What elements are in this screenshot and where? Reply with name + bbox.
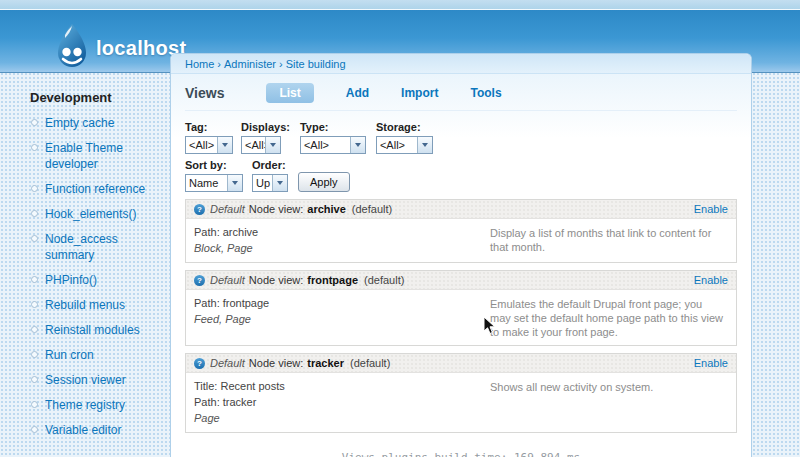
chevron-down-icon[interactable] [350,137,365,153]
view-suffix: (default) [352,203,392,215]
view-row-tracker: ? Default Node view: tracker (default) E… [185,353,737,433]
help-icon[interactable]: ? [194,204,205,215]
sidebar-item-phpinfo[interactable]: PHPinfo() [30,272,166,288]
breadcrumb-separator: › [279,58,283,70]
view-path: Path: archive [194,224,490,240]
development-menu: Empty cache Enable Theme developer Funct… [30,115,166,438]
filter-row-1: Tag: <All> Displays: <All> Type: <All> S… [185,121,737,154]
breadcrumb-administer-link[interactable]: Administer [224,58,276,70]
chevron-down-icon[interactable] [217,137,232,153]
enable-link[interactable]: Enable [694,357,728,369]
view-row-frontpage: ? Default Node view: frontpage (default)… [185,270,737,346]
chevron-down-icon[interactable] [227,175,242,191]
sidebar-item-function-reference[interactable]: Function reference [30,181,166,197]
circle-bullet-icon [30,372,45,388]
circle-bullet-icon [30,115,45,131]
chevron-down-icon[interactable] [417,137,432,153]
view-name: tracker [307,357,344,369]
circle-bullet-icon [30,181,45,197]
storage-label: Storage: [376,121,433,133]
circle-bullet-icon [30,322,45,338]
sidebar-item-enable-theme-developer[interactable]: Enable Theme developer [30,140,166,172]
view-title: Title: Recent posts [194,378,490,394]
sidebar-item-node-access-summary[interactable]: Node_access summary [30,231,166,263]
filter-controls: Tag: <All> Displays: <All> Type: <All> S… [185,121,737,192]
displays-filter: Displays: <All> [241,121,290,154]
sidebar-item-session-viewer[interactable]: Session viewer [30,372,166,388]
circle-bullet-icon [30,297,45,313]
content-panel: Home›Administer›Site building Views List… [170,53,752,457]
help-icon[interactable]: ? [194,275,205,286]
breadcrumb-home-link[interactable]: Home [185,58,214,70]
filter-row-2: Sort by: Name Order: Up Apply [185,159,737,192]
tab-add[interactable]: Add [346,86,369,100]
top-strip [0,0,800,10]
displays-select[interactable]: <All> [241,136,281,154]
view-description: Shows all new activity on system. [490,378,728,426]
tag-select[interactable]: <All> [185,136,233,154]
sidebar-item-theme-registry[interactable]: Theme registry [30,397,166,413]
view-details: Path: archive Block, Page [194,224,490,256]
type-label: Type: [300,121,366,133]
view-displays: Block, Page [194,240,490,256]
sidebar-item-reinstall-modules[interactable]: Reinstall modules [30,322,166,338]
sidebar-item-run-cron[interactable]: Run cron [30,347,166,363]
view-name: archive [307,203,346,215]
enable-link[interactable]: Enable [694,274,728,286]
order-label: Order: [252,159,288,171]
type-select[interactable]: <All> [300,136,366,154]
displays-label: Displays: [241,121,290,133]
view-type-label: Default [210,203,245,215]
view-details: Path: frontpage Feed, Page [194,295,490,339]
view-displays: Feed, Page [194,311,490,327]
order-select[interactable]: Up [252,174,288,192]
sort-by-filter: Sort by: Name [185,159,243,192]
breadcrumb-site-building-link[interactable]: Site building [286,58,346,70]
view-details: Title: Recent posts Path: tracker Page [194,378,490,426]
tab-tools[interactable]: Tools [470,86,501,100]
enable-link[interactable]: Enable [694,203,728,215]
circle-bullet-icon [30,231,45,263]
view-suffix: (default) [350,357,390,369]
circle-bullet-icon [30,272,45,288]
storage-select[interactable]: <All> [376,136,433,154]
view-description: Emulates the default Drupal front page; … [490,295,728,339]
view-kind: Node view: [249,203,303,215]
tab-import[interactable]: Import [401,86,438,100]
breadcrumb-separator: › [217,58,221,70]
view-row-archive: ? Default Node view: archive (default) E… [185,199,737,263]
order-filter: Order: Up [252,159,288,192]
view-path: Path: tracker [194,394,490,410]
view-kind: Node view: [249,357,303,369]
sidebar-item-variable-editor[interactable]: Variable editor [30,422,166,438]
build-time-footer: Views plugins build time: 169.894 ms Vie… [185,451,737,457]
page-title: Views [185,85,224,101]
tag-filter: Tag: <All> [185,121,233,154]
chevron-down-icon[interactable] [265,137,280,153]
view-header: ? Default Node view: frontpage (default)… [186,271,736,290]
help-icon[interactable]: ? [194,358,205,369]
tag-label: Tag: [185,121,233,133]
circle-bullet-icon [30,422,45,438]
sidebar-item-empty-cache[interactable]: Empty cache [30,115,166,131]
type-filter: Type: <All> [300,121,366,154]
storage-filter: Storage: <All> [376,121,433,154]
sidebar-item-rebuild-menus[interactable]: Rebuild menus [30,297,166,313]
sidebar-section-development: Development [30,90,166,105]
chevron-down-icon[interactable] [272,175,287,191]
view-suffix: (default) [364,274,404,286]
apply-button[interactable]: Apply [298,172,350,192]
plugins-build-time: Views plugins build time: 169.894 ms [185,451,737,457]
breadcrumb: Home›Administer›Site building [171,54,751,74]
view-type-label: Default [210,357,245,369]
circle-bullet-icon [30,397,45,413]
main-content: Views List Add Import Tools Tag: <All> D… [171,74,751,457]
tab-bar: List Add Import Tools [266,83,501,103]
circle-bullet-icon [30,140,45,172]
view-kind: Node view: [249,274,303,286]
view-path: Path: frontpage [194,295,490,311]
sidebar-item-hook-elements[interactable]: Hook_elements() [30,206,166,222]
tab-list[interactable]: List [266,83,313,103]
title-row: Views List Add Import Tools [185,83,737,111]
sort-by-select[interactable]: Name [185,174,243,192]
